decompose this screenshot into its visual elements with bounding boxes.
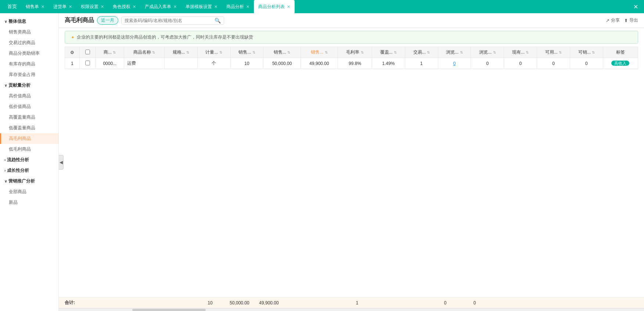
col-sales-amount[interactable]: 销售... ⇅ (263, 47, 301, 58)
col-unit[interactable]: 计量... ⇅ (197, 47, 230, 58)
sidebar-group-contribution[interactable]: ∨ 贡献量分析 (0, 80, 58, 91)
sort-icon: ⇅ (460, 50, 463, 54)
col-current-stock[interactable]: 现有... ⇅ (504, 47, 537, 58)
col-code[interactable]: 商... ⇅ (96, 47, 124, 58)
horizontal-scrollbar[interactable] (59, 308, 644, 311)
sidebar-group-marketing[interactable]: ∨ 营销推广分析 (0, 176, 58, 187)
close-icon[interactable]: ✕ (41, 4, 44, 9)
footer-spacer4 (166, 300, 195, 305)
footer-spacer8 (401, 300, 431, 305)
sort-icon: ⇅ (427, 50, 430, 54)
content-header: 高毛利商品 近一月 🔍 ↗ 分享 ⬆ 导出 (59, 13, 644, 28)
cell-code: 0000... (96, 58, 124, 69)
sort-icon: ⇅ (361, 50, 364, 54)
footer-label: 合计: (65, 300, 75, 306)
footer-cells: 10 50,000.00 49,900.00 1 0 0 (78, 300, 638, 305)
nav-tab-sales[interactable]: 销售单 ✕ (21, 0, 49, 13)
sidebar-item-stocked-goods[interactable]: 有库存的商品 (0, 59, 58, 69)
cell-available-stock: 0 (537, 58, 570, 69)
col-browse1[interactable]: 浏览... ⇅ (438, 47, 471, 58)
cell-index: 1 (65, 58, 80, 69)
sidebar-group-growth[interactable]: › 成长性分析 (0, 165, 58, 176)
nav-tab-product-entry[interactable]: 产成品入库单 ✕ (140, 0, 181, 13)
nav-home[interactable]: 首页 (3, 3, 21, 10)
col-name[interactable]: 商品名称 ⇅ (124, 47, 164, 58)
sidebar-item-category-rate[interactable]: 商品分类助销率 (0, 48, 58, 59)
sidebar-item-high-value[interactable]: 高价值商品 (0, 91, 58, 101)
sidebar-item-low-margin[interactable]: 低毛利商品 (0, 144, 58, 155)
export-button[interactable]: ⬆ 导出 (624, 17, 638, 23)
col-sales-qty[interactable]: 销售... ⇅ (230, 47, 263, 58)
cell-coverage: 1.49% (372, 58, 405, 69)
sort-icon: ⇅ (252, 50, 255, 54)
sort-icon: ⇅ (287, 50, 290, 54)
cell-sales-qty: 10 (230, 58, 263, 69)
window-close-icon[interactable]: ✕ (630, 3, 641, 10)
sort-icon: ⇅ (152, 50, 155, 54)
close-icon[interactable]: ✕ (69, 4, 72, 9)
share-button[interactable]: ↗ 分享 (606, 17, 620, 23)
col-gross-rate[interactable]: 毛利率 ⇅ (338, 47, 372, 58)
col-sales-cost[interactable]: 销售... ⇅ (301, 47, 338, 58)
sidebar-item-low-value[interactable]: 低价值商品 (0, 101, 58, 112)
sidebar-item-high-coverage[interactable]: 高覆盖量商品 (0, 112, 58, 123)
footer-total-bar: 合计: 10 50,000.00 49,900.00 1 0 0 (59, 297, 644, 308)
chevron-right-icon: › (4, 169, 6, 173)
footer-spacer3 (137, 300, 166, 305)
sidebar-group-flow[interactable]: › 流趋性分析 (0, 155, 58, 165)
sidebar-collapse-button[interactable]: ◀ (59, 155, 64, 170)
nav-tab-purchase[interactable]: 进货单 ✕ (49, 0, 76, 13)
search-input[interactable] (125, 18, 215, 23)
close-icon[interactable]: ✕ (246, 4, 249, 9)
sidebar-item-sales-goods[interactable]: 销售类商品 (0, 27, 58, 37)
sidebar-item-all-goods[interactable]: 全部商品 (0, 187, 58, 197)
col-tag: 标签 (603, 47, 638, 58)
info-banner: ✦ 企业的主要的利润都是这部分商品创造的，可考虑加大推广，同时关注库存是不要出现… (65, 31, 638, 44)
cell-name[interactable]: 运费 (124, 58, 164, 69)
cell-sales-amount: 50,000.00 (263, 58, 301, 69)
close-icon[interactable]: ✕ (173, 4, 177, 9)
sort-icon: ⇅ (493, 50, 496, 54)
col-settings[interactable]: ⚙ (65, 47, 80, 58)
close-icon[interactable]: ✕ (287, 4, 290, 9)
nav-tab-template[interactable]: 单据模板设置 ✕ (181, 0, 222, 13)
sidebar-item-high-margin[interactable]: 高毛利商品 (0, 133, 58, 144)
footer-sales-cost: 49,900.00 (254, 300, 284, 305)
close-icon[interactable]: ✕ (101, 4, 104, 9)
top-nav-bar: 首页 销售单 ✕ 进货单 ✕ 权限设置 ✕ 角色授权 ✕ 产成品入库单 ✕ 单据… (0, 0, 644, 13)
sidebar-item-new-goods[interactable]: 新品 (0, 197, 58, 208)
footer-sales-amount: 50,000.00 (225, 300, 254, 305)
sidebar-item-low-coverage[interactable]: 低覆盖量商品 (0, 123, 58, 133)
search-container: 🔍 (121, 17, 224, 25)
nav-tab-role[interactable]: 角色授权 ✕ (108, 0, 140, 13)
col-browse2[interactable]: 浏览... ⇅ (471, 47, 504, 58)
close-icon[interactable]: ✕ (214, 4, 217, 9)
col-coverage[interactable]: 覆盖... ⇅ (372, 47, 405, 58)
close-icon[interactable]: ✕ (133, 4, 136, 9)
filter-period-button[interactable]: 近一月 (97, 16, 118, 25)
footer-spacer7 (372, 300, 401, 305)
cell-browse1[interactable]: 0 (438, 58, 471, 69)
col-spec[interactable]: 规格... ⇅ (164, 47, 197, 58)
col-trade[interactable]: 交易... ⇅ (405, 47, 438, 58)
search-icon[interactable]: 🔍 (215, 18, 221, 23)
header-actions: ↗ 分享 ⬆ 导出 (606, 17, 638, 23)
sidebar-group-overall[interactable]: ∨ 整体信息 (0, 16, 58, 27)
col-available-stock[interactable]: 可用... ⇅ (537, 47, 570, 58)
sidebar-item-traded-goods[interactable]: 交易过的商品 (0, 37, 58, 48)
row-checkbox[interactable] (85, 61, 90, 65)
nav-tab-analysis-list[interactable]: 商品分析列表 ✕ (254, 0, 295, 13)
export-icon: ⬆ (624, 18, 628, 23)
footer-spacer2 (107, 300, 137, 305)
nav-tab-analysis[interactable]: 商品分析 ✕ (222, 0, 254, 13)
browse1-link[interactable]: 0 (453, 61, 456, 66)
cell-tag: 高收入 (603, 58, 638, 69)
sidebar-item-stock-capital[interactable]: 库存资金占用 (0, 69, 58, 80)
nav-tab-permission[interactable]: 权限设置 ✕ (76, 0, 108, 13)
cell-checkbox[interactable] (80, 58, 96, 69)
cell-saleable-stock: 0 (570, 58, 603, 69)
select-all-checkbox[interactable] (85, 50, 90, 54)
cell-gross-rate: 99.8% (338, 58, 372, 69)
col-saleable-stock[interactable]: 可销... ⇅ (570, 47, 603, 58)
scrollbar-thumb[interactable] (132, 309, 206, 311)
